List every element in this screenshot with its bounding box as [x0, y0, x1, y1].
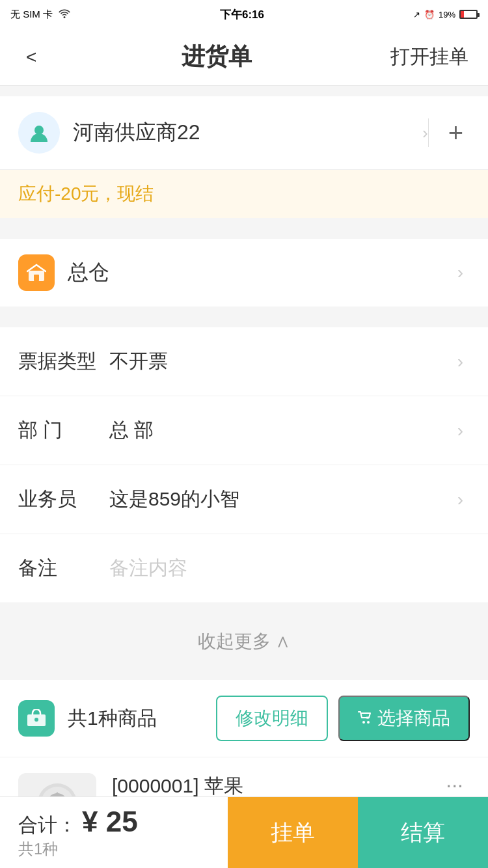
back-button[interactable]: < [20, 40, 43, 74]
location-icon: ↗ [413, 10, 420, 20]
salesperson-label: 业务员 [18, 486, 109, 513]
product-name: [0000001] 苹果 [112, 773, 439, 800]
warehouse-section: 总仓 › [0, 239, 488, 306]
svg-point-5 [34, 718, 38, 722]
footer-total-main: 合计： ¥ 25 [18, 806, 210, 839]
hang-button[interactable]: 挂单 [228, 797, 358, 869]
select-product-button[interactable]: 选择商品 [338, 696, 470, 741]
status-carrier: 无 SIM 卡 [10, 8, 71, 21]
warehouse-chevron-icon: › [457, 262, 463, 283]
alarm-icon: ⏰ [424, 10, 435, 20]
products-header: 共1种商品 修改明细 选择商品 [0, 680, 488, 757]
battery-icon [459, 10, 478, 19]
product-title: 苹果 [204, 775, 243, 796]
svg-point-1 [34, 126, 44, 135]
products-count: 共1种商品 [68, 705, 216, 732]
salesperson-row[interactable]: 业务员 这是859的小智 › [0, 465, 488, 534]
section-divider-1 [0, 86, 488, 96]
collapse-button[interactable]: 收起更多 ∧ [0, 614, 488, 670]
salesperson-chevron-icon: › [457, 489, 463, 510]
products-icon [18, 700, 55, 737]
invoice-type-row[interactable]: 票据类型 不开票 › [0, 327, 488, 396]
warehouse-name: 总仓 [68, 258, 457, 287]
form-section: 票据类型 不开票 › 部 门 总 部 › 业务员 这是859的小智 › 备注 备… [0, 327, 488, 603]
supplier-divider [428, 118, 429, 147]
svg-rect-3 [34, 275, 39, 281]
open-hang-button[interactable]: 打开挂单 [390, 44, 468, 70]
footer-total: 合计： ¥ 25 共1种 [0, 806, 228, 860]
supplier-notice: 应付-20元，现结 [0, 170, 488, 218]
section-divider-2 [0, 228, 488, 239]
supplier-chevron-icon: › [422, 123, 428, 143]
total-label: 合计： [18, 812, 77, 839]
section-divider-3 [0, 317, 488, 327]
add-supplier-button[interactable]: + [442, 118, 470, 148]
status-bar: 无 SIM 卡 下午6:16 ↗ ⏰ 19% [0, 0, 488, 29]
department-label: 部 门 [18, 417, 109, 444]
remark-placeholder[interactable]: 备注内容 [109, 555, 470, 582]
carrier-text: 无 SIM 卡 [10, 8, 53, 21]
checkout-button[interactable]: 结算 [358, 797, 488, 869]
battery-text: 19% [439, 10, 455, 20]
product-code: [0000001] [112, 775, 204, 796]
invoice-type-value: 不开票 [109, 348, 457, 375]
warehouse-row[interactable]: 总仓 › [0, 239, 488, 306]
total-amount: ¥ 25 [82, 806, 138, 838]
edit-detail-button[interactable]: 修改明细 [216, 696, 328, 741]
status-time: 下午6:16 [220, 7, 264, 22]
page-title: 进货单 [182, 41, 252, 73]
product-more-button[interactable]: ··· [439, 773, 470, 797]
svg-point-7 [367, 721, 370, 724]
supplier-avatar [18, 112, 60, 154]
wifi-icon [58, 9, 71, 20]
remark-label: 备注 [18, 555, 109, 582]
department-chevron-icon: › [457, 420, 463, 441]
department-row[interactable]: 部 门 总 部 › [0, 396, 488, 465]
status-indicators: ↗ ⏰ 19% [413, 10, 478, 20]
invoice-type-chevron-icon: › [457, 351, 463, 372]
supplier-section: 河南供应商22 › + 应付-20元，现结 [0, 96, 488, 218]
footer-count: 共1种 [18, 839, 210, 860]
svg-point-6 [362, 721, 365, 724]
department-value: 总 部 [109, 417, 457, 444]
select-product-label: 选择商品 [377, 706, 450, 731]
remark-row[interactable]: 备注 备注内容 [0, 534, 488, 603]
cart-icon [358, 708, 372, 729]
supplier-row[interactable]: 河南供应商22 › + [0, 96, 488, 170]
warehouse-icon [18, 254, 55, 291]
supplier-name: 河南供应商22 [73, 118, 422, 147]
salesperson-value: 这是859的小智 [109, 486, 457, 513]
footer: 合计： ¥ 25 共1种 挂单 结算 [0, 796, 488, 868]
nav-bar: < 进货单 打开挂单 [0, 29, 488, 86]
invoice-type-label: 票据类型 [18, 348, 109, 375]
